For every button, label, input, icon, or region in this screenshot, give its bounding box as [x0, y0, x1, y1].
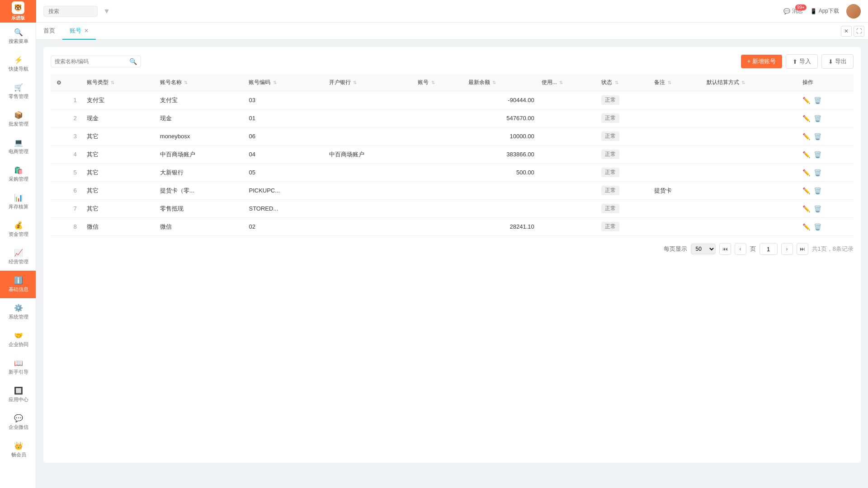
finance-icon: 💰 [14, 221, 23, 230]
sidebar-item-quick[interactable]: ⚡快捷导航 [0, 50, 36, 78]
sidebar-item-operation[interactable]: 📈经营管理 [0, 243, 36, 271]
cell-bank-4 [326, 164, 415, 182]
next-page-btn[interactable]: › [781, 243, 793, 255]
col-code[interactable]: 账号编码 ⇅ [245, 74, 325, 91]
sidebar-item-retail[interactable]: 🛒零售管理 [0, 78, 36, 105]
cell-remark-5: 提货卡 [651, 182, 703, 200]
cell-type-2: 其它 [83, 127, 156, 145]
export-button[interactable]: ⬇ 导出 [821, 54, 854, 69]
delete-icon-3[interactable]: 🗑️ [814, 151, 821, 158]
topbar: ▼ 💬 消息 99+ 📱 App下载 [36, 0, 868, 23]
cell-index-4: 5 [67, 164, 83, 182]
cell-bank-3: 中百商场账户 [326, 145, 415, 164]
first-page-btn[interactable]: ⏮ [719, 243, 731, 255]
sidebar-item-system[interactable]: ⚙️系统管理 [0, 298, 36, 326]
cell-code-2: 06 [245, 127, 325, 145]
cell-default-settlement-6 [703, 200, 799, 218]
sidebar-item-ecom[interactable]: 💻电商管理 [0, 133, 36, 160]
app-download-label: App下载 [819, 7, 839, 15]
message-button[interactable]: 💬 消息 99+ [783, 7, 803, 15]
prev-page-btn[interactable]: ‹ [735, 243, 746, 255]
cell-name-5: 提货卡（零... [156, 182, 245, 200]
sidebar-item-apps[interactable]: 🔲应用中心 [0, 381, 36, 408]
tab-expand-btn[interactable]: ⛶ [854, 26, 864, 37]
cell-bank-0 [326, 91, 415, 109]
col-type[interactable]: 账号类型 ⇅ [83, 74, 156, 91]
col-bank[interactable]: 开户银行 ⇅ [326, 74, 415, 91]
sidebar-item-newbie[interactable]: 📖新手引导 [0, 353, 36, 381]
edit-icon-6[interactable]: ✏️ [802, 205, 810, 212]
delete-icon-1[interactable]: 🗑️ [814, 115, 821, 122]
last-page-btn[interactable]: ⏭ [797, 243, 808, 255]
edit-icon-7[interactable]: ✏️ [802, 223, 810, 230]
message-icon: 💬 [783, 8, 790, 14]
col-name[interactable]: 账号名称 ⇅ [156, 74, 245, 91]
tab-close-account[interactable]: ✕ [84, 28, 89, 34]
cell-name-6: 零售抵现 [156, 200, 245, 218]
cell-type-7: 微信 [83, 218, 156, 236]
tab-actions: ✕ ⛶ [841, 26, 864, 37]
col-usage[interactable]: 使用... ⇅ [538, 74, 598, 91]
cell-status-7: 正常 [598, 218, 651, 236]
delete-icon-4[interactable]: 🗑️ [814, 169, 821, 176]
sidebar-label-quick: 快捷导航 [9, 66, 28, 72]
page-input[interactable] [760, 243, 778, 255]
sidebar-item-inventory[interactable]: 📊库存核算 [0, 188, 36, 216]
cell-remark-0 [651, 91, 703, 109]
col-account-no[interactable]: 账号 ⇅ [414, 74, 465, 91]
sidebar-item-corporate[interactable]: 🤝企业协同 [0, 326, 36, 353]
delete-icon-2[interactable]: 🗑️ [814, 133, 821, 140]
search-input[interactable] [55, 58, 129, 65]
delete-icon-5[interactable]: 🗑️ [814, 187, 821, 194]
quick-icon: ⚡ [14, 56, 23, 64]
topbar-dropdown-icon[interactable]: ▼ [103, 7, 110, 15]
delete-icon-6[interactable]: 🗑️ [814, 205, 821, 212]
tab-home[interactable]: 首页 [36, 23, 62, 40]
col-default-settlement[interactable]: 默认结算方式 ⇅ [703, 74, 799, 91]
sidebar-item-wholesale[interactable]: 📦批发管理 [0, 105, 36, 133]
tab-account[interactable]: 账号✕ [62, 23, 96, 40]
sidebar-item-wechat[interactable]: 💬企业微信 [0, 408, 36, 436]
delete-icon-7[interactable]: 🗑️ [814, 223, 821, 230]
edit-icon-2[interactable]: ✏️ [802, 133, 810, 140]
cell-usage-7 [538, 218, 598, 236]
import-button[interactable]: ⬆ 导入 [786, 54, 818, 69]
col-status[interactable]: 状态 ⇅ [598, 74, 651, 91]
sidebar-item-member[interactable]: 👑畅会员 [0, 436, 36, 464]
sidebar-item-search[interactable]: 🔍搜索菜单 [0, 23, 36, 50]
cell-balance-6 [465, 200, 538, 218]
search-icon[interactable]: 🔍 [129, 58, 137, 65]
cell-actions-7: ✏️ 🗑️ [799, 218, 854, 236]
delete-icon-0[interactable]: 🗑️ [814, 97, 821, 104]
col-remark[interactable]: 备注 ⇅ [651, 74, 703, 91]
wholesale-icon: 📦 [14, 111, 23, 119]
topbar-search-input[interactable] [43, 6, 98, 17]
cell-remark-3 [651, 145, 703, 164]
edit-icon-4[interactable]: ✏️ [802, 169, 810, 176]
cell-settings-3 [51, 145, 67, 164]
table-body: 1 支付宝 支付宝 03 -90444.00 正常 ✏️ 🗑️ 2 现金 现金 … [51, 91, 854, 236]
cell-index-5: 6 [67, 182, 83, 200]
sidebar-item-purchase[interactable]: 🛍️采购管理 [0, 160, 36, 188]
cell-index-3: 4 [67, 145, 83, 164]
cell-name-4: 大新银行 [156, 164, 245, 182]
edit-icon-5[interactable]: ✏️ [802, 187, 810, 194]
avatar[interactable] [846, 4, 861, 19]
cell-settings-7 [51, 218, 67, 236]
edit-icon-0[interactable]: ✏️ [802, 97, 810, 104]
per-page-select[interactable]: 50 100 200 [691, 244, 716, 254]
edit-icon-3[interactable]: ✏️ [802, 151, 810, 158]
edit-icon-1[interactable]: ✏️ [802, 115, 810, 122]
sidebar-item-finance[interactable]: 💰资金管理 [0, 216, 36, 243]
tab-close-btn[interactable]: ✕ [841, 26, 852, 37]
cell-bank-5 [326, 182, 415, 200]
sidebar-item-basic[interactable]: ℹ️基础信息 [0, 271, 36, 298]
col-balance[interactable]: 最新余额 ⇅ [465, 74, 538, 91]
cell-default-settlement-7 [703, 218, 799, 236]
cell-remark-7 [651, 218, 703, 236]
col-settings[interactable]: ⚙ [51, 74, 67, 91]
add-account-button[interactable]: + 新增账号 [741, 55, 782, 68]
sidebar-label-basic: 基础信息 [9, 286, 28, 293]
app-download-button[interactable]: 📱 App下载 [810, 7, 839, 15]
page-label: 页 [750, 245, 756, 253]
